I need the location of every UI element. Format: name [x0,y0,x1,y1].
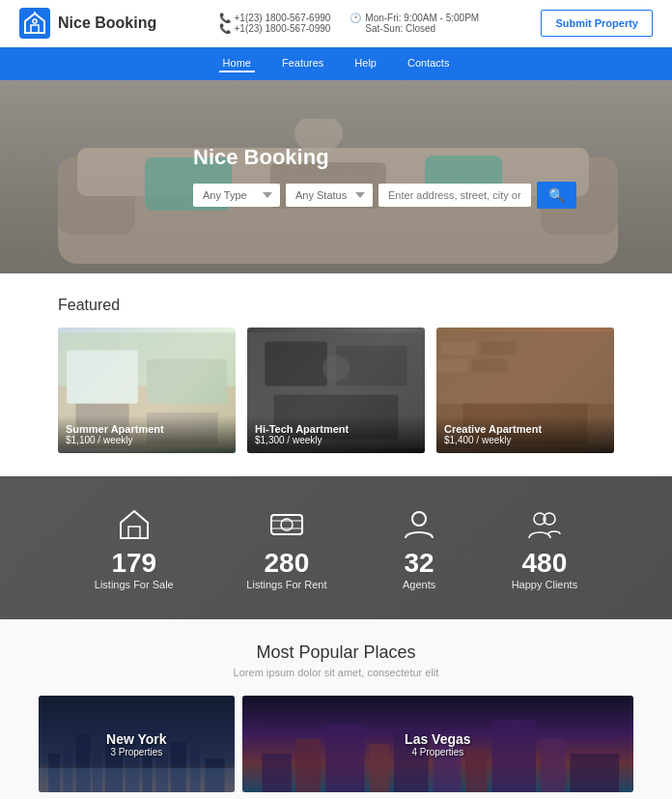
stat-2-label: Agents [400,579,438,590]
svg-rect-30 [271,515,302,534]
phone2: +1(23) 1800-567-0990 [235,23,331,34]
stat-2-number: 32 [400,548,438,579]
card-0-price: $1,100 / weekly [66,435,228,445]
card-1-name: Hi-Tech Apartment [255,423,417,435]
card-0-overlay: Summer Apartment $1,100 / weekly [58,415,236,453]
svg-rect-24 [441,341,477,355]
featured-card-1[interactable]: Hi-Tech Apartment $1,300 / weekly [247,328,425,453]
main-nav: Home Features Help Contacts [0,47,672,80]
clients-icon [525,505,564,544]
svg-rect-25 [481,341,517,355]
stat-1-number: 280 [246,548,326,579]
svg-rect-13 [67,351,138,404]
hours2: Sat-Sun: Closed [365,23,435,34]
submit-property-button[interactable]: Submit Property [541,10,653,37]
logo-text: Nice Booking [58,14,156,32]
stat-listings-rent: 280 Listings For Rent [246,505,326,590]
popular-places-section: Most Popular Places Lorem ipsum dolor si… [0,619,672,799]
stat-listings-sale: 179 Listings For Sale [95,505,174,590]
card-2-overlay: Creative Apartment $1,400 / weekly [436,415,614,453]
phone1: +1(23) 1800-567-6990 [235,13,331,23]
hours1: Mon-Fri: 9:00AM - 5:00PM [365,13,479,23]
stats-section: 179 Listings For Sale 280 Listings For R… [0,476,672,619]
nav-contacts[interactable]: Contacts [404,55,453,72]
new-york-name: New York [106,731,167,747]
stat-3-label: Happy Clients [512,579,577,590]
phone2-icon: 📞 [219,23,231,34]
hours-info: 🕐 Mon-Fri: 9:00AM - 5:00PM Sat-Sun: Clos… [350,13,479,34]
featured-cards: Summer Apartment $1,100 / weekly Hi-Tech… [58,328,614,453]
svg-point-34 [412,512,426,526]
svg-rect-29 [128,527,140,538]
svg-rect-18 [265,341,326,385]
hero-section: Nice Booking Any Type House Apartment An… [0,80,672,273]
card-2-name: Creative Apartment [444,423,606,435]
stat-3-number: 480 [512,548,577,579]
nav-help[interactable]: Help [350,55,380,72]
card-0-name: Summer Apartment [66,423,228,435]
search-button[interactable]: 🔍 [537,182,576,209]
stat-0-number: 179 [95,548,174,579]
new-york-overlay: New York 3 Properties [39,696,235,792]
phone-icon: 📞 [219,13,231,23]
nav-home[interactable]: Home [219,55,255,72]
svg-rect-27 [472,359,508,373]
new-york-props: 3 Properties [110,747,162,757]
search-bar: Any Type House Apartment Any Status For … [193,182,479,209]
card-2-price: $1,400 / weekly [444,435,606,445]
nav-features[interactable]: Features [278,55,327,72]
svg-rect-26 [436,359,467,373]
popular-places-title: Most Popular Places [39,642,633,663]
featured-card-0[interactable]: Summer Apartment $1,100 / weekly [58,328,236,453]
contact-info: 📞 +1(23) 1800-567-6990 📞 +1(23) 1800-567… [219,13,331,34]
logo-icon [19,8,50,39]
hero-title: Nice Booking [193,145,479,170]
places-top-row: New York 3 Properties Las Vegas 4 Pr [39,696,633,792]
type-select[interactable]: Any Type House Apartment [193,184,280,207]
stat-0-label: Listings For Sale [95,579,174,590]
header: Nice Booking 📞 +1(23) 1800-567-6990 📞 +1… [0,0,672,47]
money-icon [267,505,306,544]
svg-rect-14 [147,359,227,404]
stat-clients: 480 Happy Clients [512,505,577,590]
clock-icon: 🕐 [350,13,361,23]
card-1-price: $1,300 / weekly [255,435,417,445]
featured-section: Featured Summer Apartment $1,100 / weekl… [0,273,672,476]
address-input[interactable] [378,184,531,207]
las-vegas-props: 4 Properties [411,747,463,757]
featured-card-2[interactable]: Creative Apartment $1,400 / weekly [436,328,614,453]
svg-point-21 [322,355,350,382]
card-1-overlay: Hi-Tech Apartment $1,300 / weekly [247,415,425,453]
las-vegas-name: Las Vegas [405,731,471,747]
las-vegas-overlay: Las Vegas 4 Properties [242,696,633,792]
home-icon [115,505,154,544]
agent-icon [400,505,438,544]
status-select[interactable]: Any Status For Sale For Rent [286,184,373,207]
featured-title: Featured [58,297,614,314]
place-card-las-vegas[interactable]: Las Vegas 4 Properties [242,696,633,792]
popular-places-subtitle: Lorem ipsum dolor sit amet, consectetur … [39,667,633,678]
stat-agents: 32 Agents [400,505,438,590]
stat-1-label: Listings For Rent [246,579,326,590]
logo: Nice Booking [19,8,156,39]
place-card-new-york[interactable]: New York 3 Properties [39,696,235,792]
